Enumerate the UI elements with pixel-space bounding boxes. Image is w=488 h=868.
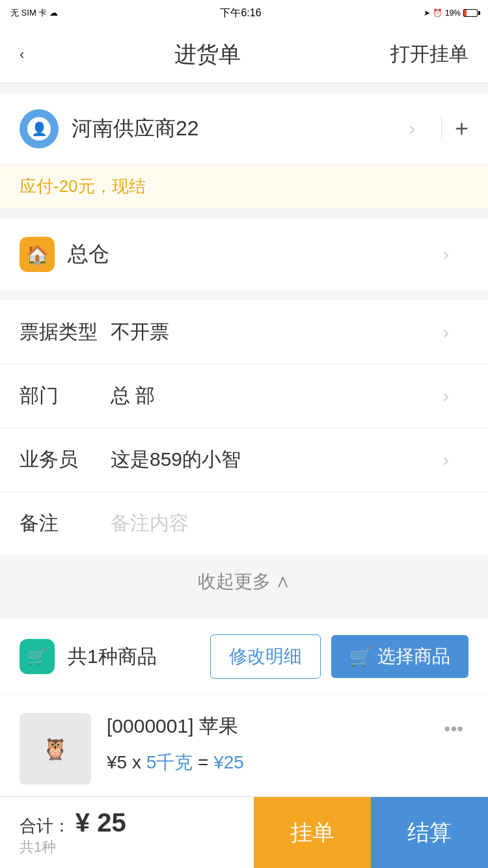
battery-icon bbox=[463, 9, 478, 17]
invoice-type-label: 票据类型 bbox=[20, 319, 98, 346]
back-button[interactable]: ‹ bbox=[20, 46, 24, 63]
warehouse-chevron-icon: › bbox=[443, 244, 449, 265]
select-product-cart-icon: 🛒 bbox=[349, 646, 372, 668]
remark-label: 备注 bbox=[20, 510, 98, 537]
products-header: 🛒 共1种商品 修改明细 🛒 选择商品 bbox=[0, 619, 488, 695]
total-label: 合计： bbox=[20, 816, 70, 835]
total-amount: ¥ 25 bbox=[75, 808, 126, 837]
bottom-bar: 合计： ¥ 25 共1种 挂单 结算 bbox=[0, 796, 488, 868]
page-title: 进货单 bbox=[174, 40, 241, 70]
person-icon: 👤 bbox=[31, 121, 47, 137]
balance-notice: 应付-20元，现结 bbox=[0, 165, 488, 208]
status-right: ➤ ⏰ 19% bbox=[424, 8, 478, 18]
total-count: 共1种 bbox=[20, 837, 234, 857]
product-info: [0000001] 苹果 ¥5 x 5千克 = ¥25 bbox=[107, 713, 439, 775]
product-name: [0000001] 苹果 bbox=[107, 713, 439, 740]
invoice-type-row[interactable]: 票据类型 不开票 › bbox=[0, 301, 488, 364]
product-more-button[interactable]: ••• bbox=[439, 713, 468, 744]
collapse-toggle-button[interactable]: 收起更多 ∧ bbox=[0, 555, 488, 608]
supplier-row[interactable]: 👤 河南供应商22 › + bbox=[0, 94, 488, 165]
edit-details-button[interactable]: 修改明细 bbox=[210, 634, 321, 679]
department-chevron-icon: › bbox=[443, 386, 449, 407]
location-icon: ➤ bbox=[424, 8, 430, 18]
supplier-avatar: 👤 bbox=[20, 109, 59, 148]
total-section: 合计： ¥ 25 共1种 bbox=[0, 808, 254, 857]
open-pending-button[interactable]: 打开挂单 bbox=[390, 41, 468, 68]
add-supplier-button[interactable]: + bbox=[455, 115, 468, 142]
department-label: 部门 bbox=[20, 383, 98, 409]
warehouse-name: 总仓 bbox=[68, 240, 443, 269]
product-item: 🦉 [0000001] 苹果 ¥5 x 5千克 = ¥25 ••• bbox=[0, 695, 488, 803]
products-count: 共1种商品 bbox=[68, 644, 210, 670]
salesperson-value: 这是859的小智 bbox=[111, 446, 443, 473]
sim-label: 无 SIM 卡 ☁ bbox=[10, 7, 58, 19]
invoice-type-value: 不开票 bbox=[111, 319, 443, 346]
invoice-type-chevron-icon: › bbox=[443, 322, 449, 343]
warehouse-section[interactable]: 🏠 总仓 › bbox=[0, 219, 488, 290]
supplier-chevron-icon: › bbox=[409, 118, 415, 139]
supplier-section: 👤 河南供应商22 › + 应付-20元，现结 bbox=[0, 94, 488, 208]
select-product-button[interactable]: 🛒 选择商品 bbox=[331, 635, 468, 678]
salesperson-chevron-icon: › bbox=[443, 450, 449, 470]
vertical-divider bbox=[441, 116, 442, 142]
supplier-avatar-inner: 👤 bbox=[27, 117, 51, 141]
checkout-button[interactable]: 结算 bbox=[371, 797, 488, 869]
cart-icon: 🛒 bbox=[27, 647, 47, 666]
department-row[interactable]: 部门 总 部 › bbox=[0, 364, 488, 428]
form-section: 票据类型 不开票 › 部门 总 部 › 业务员 这是859的小智 › 备注 备注… bbox=[0, 301, 488, 555]
suspend-button[interactable]: 挂单 bbox=[254, 797, 371, 869]
alarm-icon: ⏰ bbox=[433, 8, 442, 18]
status-time: 下午6:16 bbox=[220, 7, 261, 20]
status-bar: 无 SIM 卡 ☁ 下午6:16 ➤ ⏰ 19% bbox=[0, 0, 488, 26]
supplier-name: 河南供应商22 bbox=[72, 115, 409, 143]
nav-bar: ‹ 进货单 打开挂单 bbox=[0, 26, 488, 83]
salesperson-row[interactable]: 业务员 这是859的小智 › bbox=[0, 428, 488, 492]
products-section: 🛒 共1种商品 修改明细 🛒 选择商品 🦉 [0000001] 苹果 ¥5 x … bbox=[0, 619, 488, 803]
owl-icon: 🦉 bbox=[42, 737, 68, 761]
salesperson-label: 业务员 bbox=[20, 446, 98, 473]
product-price: ¥5 x 5千克 = ¥25 bbox=[107, 750, 439, 775]
status-left: 无 SIM 卡 ☁ bbox=[10, 7, 58, 19]
product-thumbnail: 🦉 bbox=[20, 713, 91, 785]
warehouse-icon: 🏠 bbox=[20, 237, 55, 272]
department-value: 总 部 bbox=[111, 383, 443, 409]
total-row: 合计： ¥ 25 bbox=[20, 808, 234, 837]
remark-row[interactable]: 备注 备注内容 bbox=[0, 492, 488, 555]
home-icon: 🏠 bbox=[26, 244, 49, 265]
remark-placeholder: 备注内容 bbox=[111, 510, 468, 537]
battery-percent: 19% bbox=[445, 8, 461, 18]
products-icon: 🛒 bbox=[20, 639, 55, 674]
